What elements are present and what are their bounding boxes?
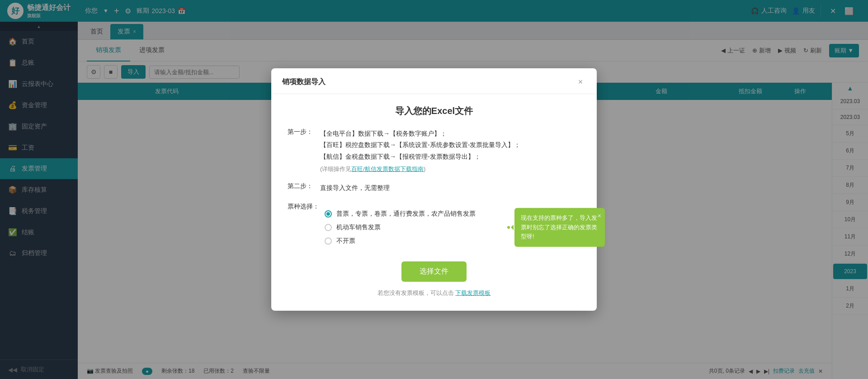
radio-label-3: 不开票 xyxy=(336,237,355,245)
modal-sales-import: 销项数据导入 × 导入您的Excel文件 第一步： 【全电平台】数据下载→【税务… xyxy=(271,68,597,311)
tooltip-bubble: × 现在支持的票种多了，导入发票时别忘了选择正确的发票类型呀! xyxy=(514,208,605,247)
modal-ticket-selection: 票种选择： 普票，专票，卷票，通行费发票，农产品销售发票 机动车销售发票 xyxy=(288,203,580,252)
radio-circle-1[interactable] xyxy=(325,210,332,218)
select-file-btn[interactable]: 选择文件 xyxy=(401,261,467,282)
radio-option-2[interactable]: 机动车销售发票 × 现在支持的票种多了，导入发票时别忘了选择正确的发票类型呀! xyxy=(325,223,476,232)
radio-group: 普票，专票，卷票，通行费发票，农产品销售发票 机动车销售发票 × 现在支持的票种… xyxy=(325,210,476,245)
ticket-row: 票种选择： 普票，专票，卷票，通行费发票，农产品销售发票 机动车销售发票 xyxy=(288,203,580,252)
modal-header: 销项数据导入 × xyxy=(271,68,597,94)
download-template-link[interactable]: 下载发票模板 xyxy=(455,289,491,296)
modal-step1: 第一步： 【全电平台】数据下载→【税务数字账户】； 【百旺】税控盘数据下载→【系… xyxy=(288,128,580,173)
modal-close-btn[interactable]: × xyxy=(575,76,586,87)
step1-sub: (详细操作见百旺/航信发票数据下载指南) xyxy=(320,165,580,173)
step1-line1: 【全电平台】数据下载→【税务数字账户】； xyxy=(320,128,520,139)
modal-title: 销项数据导入 xyxy=(282,77,326,87)
step1-line2: 【百旺】税控盘数据下载→【系统设置-系统参数设置-发票批量导入】； xyxy=(320,139,520,151)
modal-body: 导入您的Excel文件 第一步： 【全电平台】数据下载→【税务数字账户】； 【百… xyxy=(271,94,597,311)
radio-label-2: 机动车销售发票 xyxy=(336,223,381,232)
step2-label: 第二步： xyxy=(288,182,315,194)
modal-step2: 第二步： 直接导入文件，无需整理 xyxy=(288,182,580,194)
radio-option-1[interactable]: 普票，专票，卷票，通行费发票，农产品销售发票 xyxy=(325,210,476,218)
step2-text: 直接导入文件，无需整理 xyxy=(320,182,390,194)
ticket-label: 票种选择： xyxy=(288,203,319,252)
step2-row: 第二步： 直接导入文件，无需整理 xyxy=(288,182,580,194)
modal-overlay[interactable]: 销项数据导入 × 导入您的Excel文件 第一步： 【全电平台】数据下载→【税务… xyxy=(0,0,868,379)
step1-label: 第一步： xyxy=(288,128,315,162)
modal-main-title: 导入您的Excel文件 xyxy=(288,105,580,117)
radio-circle-3[interactable] xyxy=(325,237,332,245)
step1-content: 【全电平台】数据下载→【税务数字账户】； 【百旺】税控盘数据下载→【系统设置-系… xyxy=(320,128,520,162)
tooltip-close-icon[interactable]: × xyxy=(598,211,601,221)
radio-circle-2[interactable] xyxy=(325,224,332,231)
radio-dot-1 xyxy=(326,212,330,216)
step1-row: 第一步： 【全电平台】数据下载→【税务数字账户】； 【百旺】税控盘数据下载→【系… xyxy=(288,128,580,162)
step1-line3: 【航信】金税盘数据下载→【报税管理-发票数据导出】； xyxy=(320,151,520,162)
radio-label-1: 普票，专票，卷票，通行费发票，农产品销售发票 xyxy=(336,210,476,218)
radio-option-3[interactable]: 不开票 xyxy=(325,237,476,245)
modal-footer: 若您没有发票模板，可以点击 下载发票模板 xyxy=(288,289,580,297)
step1-guide-link[interactable]: 百旺/航信发票数据下载指南 xyxy=(351,166,424,172)
